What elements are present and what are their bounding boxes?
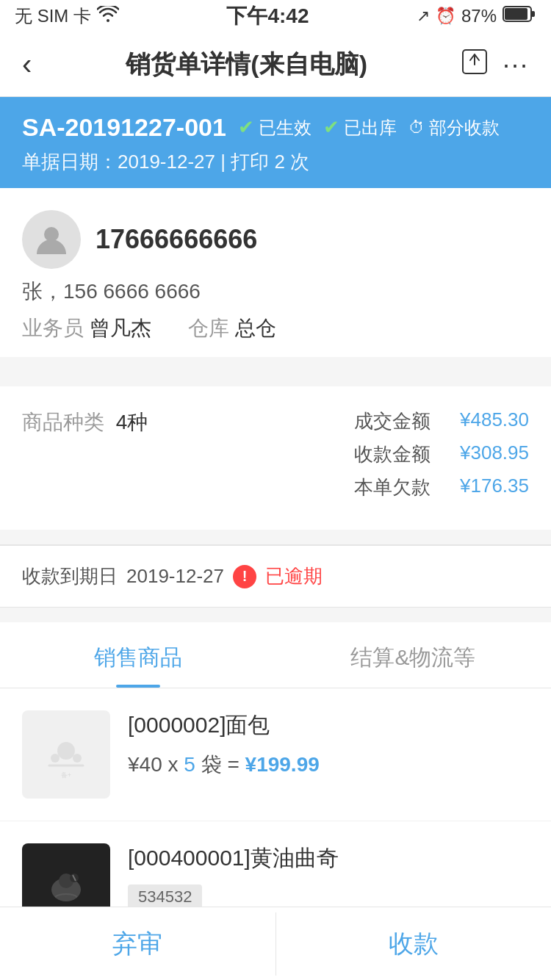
- product-qty-1: 5: [184, 753, 195, 776]
- nav-bar: ‹ 销货单详情(来自电脑) ···: [0, 32, 551, 97]
- collect-button[interactable]: 收款: [276, 912, 552, 976]
- due-label: 收款到期日: [22, 563, 118, 589]
- customer-phone: 17666666666: [96, 224, 257, 255]
- status-left: 无 SIM 卡: [15, 4, 119, 28]
- product-name-1: [0000002]面包: [128, 710, 529, 741]
- wifi-icon: [97, 6, 119, 26]
- collected-amount-row: 收款金额 ¥308.95: [354, 442, 529, 467]
- overdue-icon: !: [233, 565, 256, 588]
- tab-bar: 销售商品 结算&物流等: [0, 622, 551, 688]
- back-button[interactable]: ‹: [22, 48, 32, 81]
- status-right: ↗ ⏰ 87%: [417, 5, 536, 27]
- customer-meta: 业务员 曾凡杰 仓库 总仓: [22, 314, 529, 342]
- due-section: 收款到期日 2019-12-27 ! 已逾期: [0, 546, 551, 608]
- customer-name-row: 17666666666: [22, 210, 529, 269]
- location-icon: ↗: [417, 7, 430, 26]
- collected-value: ¥308.95: [460, 442, 529, 467]
- deal-value: ¥485.30: [460, 408, 529, 434]
- product-thumbnail-1: 备+: [22, 710, 110, 799]
- deal-amount-row: 成交金额 ¥485.30: [354, 408, 529, 434]
- owed-value: ¥176.35: [460, 475, 529, 500]
- amount-stats: 成交金额 ¥485.30 收款金额 ¥308.95 本单欠款 ¥176.35: [354, 408, 529, 508]
- product-total-1: ¥199.99: [245, 753, 320, 776]
- customer-info: 张，156 6666 6666: [22, 278, 529, 306]
- battery-icon: [503, 5, 536, 27]
- more-icon[interactable]: ···: [503, 49, 529, 80]
- owed-amount-row: 本单欠款 ¥176.35: [354, 475, 529, 500]
- warehouse-label: 仓库: [188, 314, 229, 342]
- product-category: 商品种类 4种: [22, 408, 148, 436]
- sales-rep-label: 业务员: [22, 314, 84, 342]
- warehouse-value: 总仓: [235, 314, 276, 342]
- header-band: SA-20191227-001 ✔ 已生效 ✔ 已出库 ⏱ 部分收款 单据日期：…: [0, 97, 551, 188]
- nav-actions: ···: [461, 48, 529, 80]
- tab-settlement[interactable]: 结算&物流等: [276, 622, 551, 688]
- stats-section: 商品种类 4种 成交金额 ¥485.30 收款金额 ¥308.95 本单欠款 ¥…: [0, 386, 551, 530]
- svg-point-7: [73, 754, 82, 763]
- status-time: 下午4:42: [226, 2, 309, 30]
- collected-label: 收款金额: [354, 442, 431, 467]
- carrier-text: 无 SIM 卡: [15, 4, 91, 28]
- sales-rep-value: 曾凡杰: [90, 314, 151, 342]
- status-dispatched: ✔ 已出库: [323, 116, 397, 140]
- section-divider-3: [0, 608, 551, 622]
- product-name-2: [000400001]黄油曲奇: [128, 843, 529, 873]
- svg-rect-2: [505, 8, 527, 20]
- svg-point-5: [57, 742, 75, 760]
- product-price-1: ¥40 x 5 袋 = ¥199.99: [128, 751, 529, 779]
- deal-label: 成交金额: [354, 408, 431, 434]
- order-number: SA-20191227-001: [22, 113, 226, 142]
- battery-text: 87%: [461, 6, 497, 26]
- status-bar: 无 SIM 卡 下午4:42 ↗ ⏰ 87%: [0, 0, 551, 32]
- due-date: 2019-12-27: [126, 565, 224, 588]
- product-info-1: [0000002]面包 ¥40 x 5 袋 = ¥199.99: [128, 710, 529, 779]
- category-label: 商品种类: [22, 411, 104, 433]
- product-item: 备+ [0000002]面包 ¥40 x 5 袋 = ¥199.99: [0, 688, 551, 821]
- status-partial: ⏱ 部分收款: [408, 116, 500, 140]
- doc-date: 单据日期：2019-12-27 | 打印 2 次: [22, 149, 529, 175]
- overdue-text: 已逾期: [265, 563, 323, 589]
- bottom-bar: 弃审 收款: [0, 907, 551, 980]
- product-sku-2: 534532: [128, 884, 202, 909]
- avatar: [22, 210, 81, 269]
- section-divider-1: [0, 372, 551, 386]
- svg-rect-1: [531, 11, 535, 17]
- svg-text:备+: 备+: [61, 771, 71, 779]
- alarm-icon: ⏰: [436, 7, 455, 26]
- customer-section: 17666666666 张，156 6666 6666 业务员 曾凡杰 仓库 总…: [0, 188, 551, 357]
- svg-point-6: [51, 754, 60, 763]
- reject-button[interactable]: 弃审: [0, 912, 276, 976]
- order-number-row: SA-20191227-001 ✔ 已生效 ✔ 已出库 ⏱ 部分收款: [22, 113, 529, 142]
- share-icon[interactable]: [461, 48, 488, 80]
- owed-label: 本单欠款: [354, 475, 431, 500]
- page-title: 销货单详情(来自电脑): [126, 48, 367, 82]
- category-value: 4种: [116, 411, 148, 433]
- status-active: ✔ 已生效: [238, 116, 311, 140]
- tab-products[interactable]: 销售商品: [0, 622, 276, 688]
